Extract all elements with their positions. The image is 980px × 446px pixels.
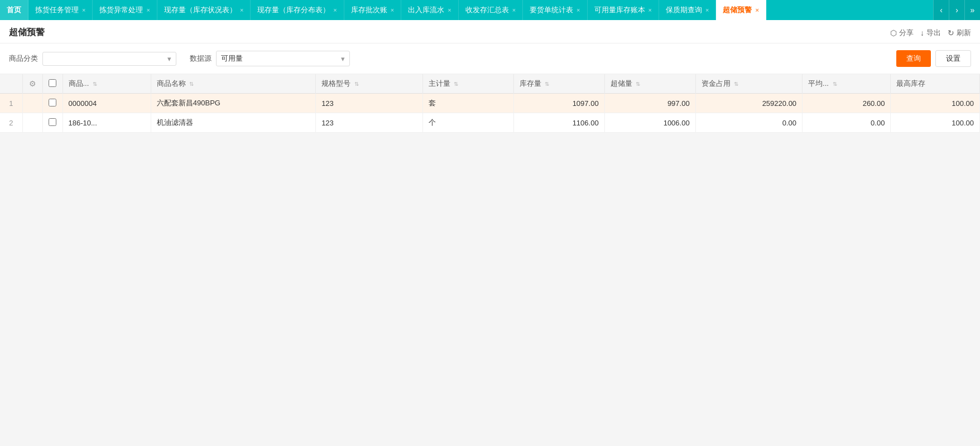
filter-buttons: 查询 设置 — [896, 50, 971, 67]
row-settings-cell — [22, 94, 42, 113]
col-max-stock[interactable]: 最高库存 — [891, 74, 980, 94]
nav-item-requisition[interactable]: 要货单统计表 × — [523, 0, 587, 20]
row-product-code: 0000004 — [63, 94, 151, 113]
table-row: 1 0000004 六配套新昌490BPG 123 套 1097.00 997.… — [0, 94, 980, 113]
close-icon[interactable]: × — [755, 7, 758, 13]
data-table: ⚙ 商品... ⇅ 商品名称 ⇅ 规格型号 ⇅ — [0, 74, 980, 133]
chevron-down-icon: ▾ — [341, 55, 345, 63]
share-icon: ⬡ — [890, 28, 897, 37]
gear-icon[interactable]: ⚙ — [29, 79, 36, 88]
table-row: 2 186-10... 机油滤清器 123 个 1106.00 1006.00 … — [0, 113, 980, 133]
close-icon[interactable]: × — [448, 7, 451, 13]
row-spec: 123 — [316, 113, 422, 133]
col-unit[interactable]: 主计量 ⇅ — [422, 74, 513, 94]
col-product-code[interactable]: 商品... ⇅ — [63, 74, 151, 94]
header-actions: ⬡ 分享 ↓ 导出 ↻ 刷新 — [890, 28, 971, 38]
row-unit: 套 — [422, 94, 513, 113]
page-title: 超储预警 — [9, 27, 45, 38]
refresh-button[interactable]: ↻ 刷新 — [948, 28, 971, 38]
col-spec[interactable]: 规格型号 ⇅ — [316, 74, 422, 94]
nav-item-quality[interactable]: 保质期查询 × — [659, 0, 716, 20]
sort-icon: ⇅ — [545, 81, 549, 87]
nav-item-flow[interactable]: 出入库流水 × — [401, 0, 458, 20]
close-icon[interactable]: × — [82, 7, 85, 13]
col-product-name[interactable]: 商品名称 ⇅ — [151, 74, 315, 94]
nav-item-task-mgmt[interactable]: 拣货任务管理 × — [28, 0, 93, 20]
row-number: 2 — [0, 113, 22, 133]
close-icon[interactable]: × — [240, 7, 243, 13]
sort-icon: ⇅ — [93, 81, 97, 87]
col-overstock[interactable]: 超储量 ⇅ — [604, 74, 695, 94]
table-wrapper: ⚙ 商品... ⇅ 商品名称 ⇅ 规格型号 ⇅ — [0, 74, 980, 133]
col-checkbox — [42, 74, 63, 94]
row-product-code: 186-10... — [63, 113, 151, 133]
row-avg: 260.00 — [803, 94, 891, 113]
row-overstock: 997.00 — [604, 94, 695, 113]
close-icon[interactable]: × — [146, 7, 150, 13]
category-select[interactable]: ▾ — [42, 52, 176, 66]
close-icon[interactable]: × — [705, 7, 709, 13]
row-settings-cell — [22, 113, 42, 133]
row-checkbox[interactable] — [49, 99, 56, 106]
row-checkbox-cell — [42, 113, 63, 133]
category-label: 商品分类 — [9, 54, 38, 64]
row-checkbox-cell — [42, 94, 63, 113]
refresh-icon: ↻ — [948, 28, 954, 37]
row-product-name: 六配套新昌490BPG — [151, 94, 315, 113]
nav-prev-button[interactable]: ‹ — [933, 0, 949, 20]
nav-next-button[interactable]: › — [949, 0, 964, 20]
sort-icon: ⇅ — [454, 81, 458, 87]
page-header: 超储预警 ⬡ 分享 ↓ 导出 ↻ 刷新 — [0, 20, 980, 43]
row-overstock: 1006.00 — [604, 113, 695, 133]
row-capital: 0.00 — [695, 113, 802, 133]
datasource-filter: 数据源 可用量 ▾ — [190, 51, 350, 66]
export-icon: ↓ — [920, 28, 924, 37]
close-icon[interactable]: × — [648, 7, 652, 13]
nav-item-summary[interactable]: 收发存汇总表 × — [459, 0, 523, 20]
chevron-down-icon: ▾ — [167, 55, 171, 63]
nav-item-home[interactable]: 首页 — [0, 0, 28, 20]
row-max-stock: 100.00 — [891, 94, 980, 113]
row-spec: 123 — [316, 94, 422, 113]
row-capital: 259220.00 — [695, 94, 802, 113]
datasource-select[interactable]: 可用量 ▾ — [216, 51, 350, 66]
table-body: 1 0000004 六配套新昌490BPG 123 套 1097.00 997.… — [0, 94, 980, 133]
nav-item-abnormal[interactable]: 拣货异常处理 × — [93, 0, 157, 20]
nav-item-batch[interactable]: 库存批次账 × — [344, 0, 401, 20]
table-header-row: ⚙ 商品... ⇅ 商品名称 ⇅ 规格型号 ⇅ — [0, 74, 980, 94]
close-icon[interactable]: × — [577, 7, 580, 13]
row-checkbox[interactable] — [49, 118, 56, 126]
nav-arrows: ‹ › » — [933, 0, 980, 20]
row-stock: 1097.00 — [513, 94, 604, 113]
filter-row: 商品分类 ▾ 数据源 可用量 ▾ 查询 设置 — [0, 43, 980, 74]
export-button[interactable]: ↓ 导出 — [920, 28, 941, 38]
nav-item-stock-dist[interactable]: 现存量（库存分布表） × — [251, 0, 344, 20]
sort-icon: ⇅ — [636, 81, 640, 87]
query-button[interactable]: 查询 — [896, 50, 931, 67]
page-container: 超储预警 ⬡ 分享 ↓ 导出 ↻ 刷新 商品分类 ▾ 数据源 — [0, 20, 980, 133]
settings-button[interactable]: 设置 — [935, 50, 971, 67]
nav-item-available[interactable]: 可用量库存账本 × — [588, 0, 659, 20]
share-button[interactable]: ⬡ 分享 — [890, 28, 914, 38]
sort-icon: ⇅ — [734, 81, 738, 87]
category-filter: 商品分类 ▾ — [9, 52, 176, 66]
close-icon[interactable]: × — [391, 7, 394, 13]
col-stock[interactable]: 库存量 ⇅ — [513, 74, 604, 94]
row-product-name: 机油滤清器 — [151, 113, 315, 133]
row-number: 1 — [0, 94, 22, 113]
nav-item-overstock[interactable]: 超储预警 × — [716, 0, 766, 20]
close-icon[interactable]: × — [512, 7, 516, 13]
close-icon[interactable]: × — [333, 7, 337, 13]
nav-item-stock-status[interactable]: 现存量（库存状况表） × — [157, 0, 251, 20]
row-max-stock: 100.00 — [891, 113, 980, 133]
sort-icon: ⇅ — [354, 81, 359, 87]
row-stock: 1106.00 — [513, 113, 604, 133]
select-all-checkbox[interactable] — [49, 79, 56, 87]
nav-more-button[interactable]: » — [964, 0, 980, 20]
top-navigation: 首页 拣货任务管理 × 拣货异常处理 × 现存量（库存状况表） × 现存量（库存… — [0, 0, 980, 20]
col-settings: ⚙ — [22, 74, 42, 94]
sort-icon: ⇅ — [189, 81, 194, 87]
row-avg: 0.00 — [803, 113, 891, 133]
col-avg[interactable]: 平均... ⇅ — [803, 74, 891, 94]
col-capital[interactable]: 资金占用 ⇅ — [695, 74, 802, 94]
